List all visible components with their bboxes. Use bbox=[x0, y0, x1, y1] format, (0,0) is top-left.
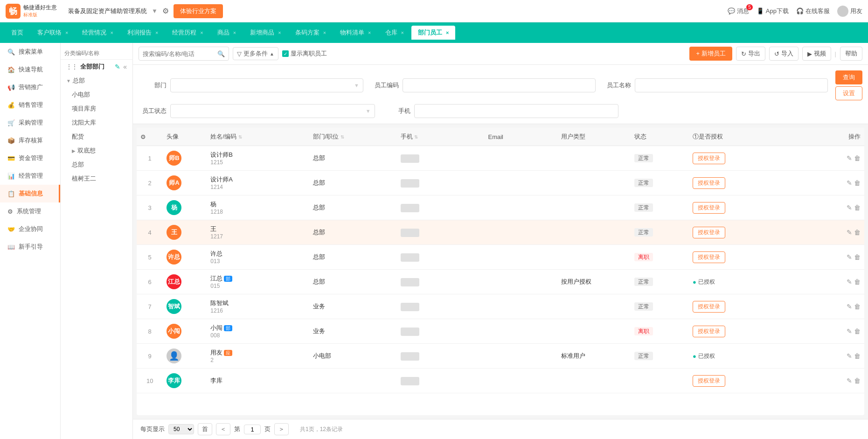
tab-warehouse-close[interactable]: × bbox=[401, 30, 404, 35]
col-phone[interactable]: 手机 ⇅ bbox=[397, 128, 485, 146]
import-button[interactable]: ↺ 导入 bbox=[769, 47, 799, 61]
dept-edit-icon[interactable]: ✎ bbox=[115, 63, 120, 70]
col-name-code[interactable]: 姓名/编码 ⇅ bbox=[207, 128, 309, 146]
tab-add-goods-close[interactable]: × bbox=[278, 30, 281, 35]
sidebar-item-inventory[interactable]: 📦 库存核算 bbox=[0, 132, 60, 149]
dept-node-zongbu2[interactable]: 总部 bbox=[61, 158, 132, 172]
authorize-button[interactable]: 授权登录 bbox=[693, 301, 725, 313]
edit-icon[interactable]: ✎ bbox=[847, 328, 852, 335]
edit-icon[interactable]: ✎ bbox=[847, 253, 852, 261]
delete-icon[interactable]: 🗑 bbox=[854, 278, 861, 286]
message-action[interactable]: 💬 消息 5 bbox=[728, 7, 749, 15]
prev-page-button[interactable]: ＜ bbox=[216, 423, 230, 435]
sort-name-icon[interactable]: ⇅ bbox=[238, 134, 242, 139]
tab-journey[interactable]: 经营历程× bbox=[166, 26, 209, 40]
tab-home[interactable]: 首页 bbox=[5, 26, 30, 40]
col-settings[interactable]: ⚙ bbox=[137, 128, 163, 146]
export-button[interactable]: ↻ 导出 bbox=[736, 47, 765, 61]
authorize-button[interactable]: 授权登录 bbox=[693, 177, 725, 189]
online-service-action[interactable]: 🎧 在线客服 bbox=[796, 7, 830, 15]
tab-add-goods[interactable]: 新增商品× bbox=[243, 26, 287, 40]
search-button[interactable]: 查询 bbox=[835, 70, 862, 84]
tab-dept-close[interactable]: × bbox=[446, 30, 449, 35]
sidebar-item-nav[interactable]: 🏠 快速导航 bbox=[0, 61, 60, 78]
tab-journey-close[interactable]: × bbox=[200, 30, 203, 35]
sidebar-item-finance[interactable]: 💳 资金管理 bbox=[0, 149, 60, 167]
add-employee-button[interactable]: + 新增员工 bbox=[689, 47, 732, 61]
authorize-button[interactable]: 授权登录 bbox=[693, 251, 725, 263]
sidebar-item-purchase[interactable]: 🛒 采购管理 bbox=[0, 114, 60, 132]
authorize-button[interactable]: 授权登录 bbox=[693, 227, 725, 238]
sidebar-item-search[interactable]: 🔍 搜索菜单 bbox=[0, 43, 60, 61]
tab-dept-staff[interactable]: 部门员工× bbox=[411, 26, 455, 40]
dept-node-shenyang[interactable]: 沈阳大库 bbox=[61, 116, 132, 130]
phone-input[interactable] bbox=[414, 104, 619, 118]
authorize-button[interactable]: 授权登录 bbox=[693, 375, 725, 387]
col-dept[interactable]: 部门/职位 ⇅ bbox=[309, 128, 397, 146]
sidebar-item-basic[interactable]: 📋 基础信息 bbox=[0, 185, 60, 202]
dept-node-peihuo[interactable]: 配货 bbox=[61, 130, 132, 144]
delete-icon[interactable]: 🗑 bbox=[854, 377, 861, 384]
emp-code-input[interactable] bbox=[403, 78, 596, 92]
sidebar-item-guide[interactable]: 📖 新手引导 bbox=[0, 238, 60, 256]
first-page-button[interactable]: 首 bbox=[198, 423, 212, 435]
tab-customer-close[interactable]: × bbox=[65, 30, 68, 35]
sidebar-item-operation[interactable]: 📊 经营管理 bbox=[0, 167, 60, 185]
dept-collapse-icon[interactable]: « bbox=[123, 63, 127, 70]
delete-icon[interactable]: 🗑 bbox=[854, 328, 861, 335]
dept-node-xiaodian[interactable]: 小电部 bbox=[61, 88, 132, 102]
delete-icon[interactable]: 🗑 bbox=[854, 154, 861, 162]
dropdown-arrow[interactable]: ▼ bbox=[152, 7, 158, 14]
page-size-select[interactable]: 50 100 200 bbox=[168, 424, 194, 434]
more-filter-button[interactable]: ▽ 更多条件 ▲ bbox=[233, 47, 278, 60]
app-download-action[interactable]: 📱 App下载 bbox=[757, 7, 789, 15]
trial-button[interactable]: 体验行业方案 bbox=[174, 4, 223, 18]
dept-node-shuangdi[interactable]: ▶ 双底想 bbox=[61, 144, 132, 158]
authorize-button[interactable]: 授权登录 bbox=[693, 202, 725, 214]
tab-bom[interactable]: 物料清单× bbox=[333, 26, 377, 40]
next-page-button[interactable]: ＞ bbox=[274, 423, 289, 435]
sort-phone-icon[interactable]: ⇅ bbox=[414, 134, 418, 139]
tab-barcode[interactable]: 条码方案× bbox=[289, 26, 333, 40]
search-submit-icon[interactable]: 🔍 bbox=[217, 50, 225, 57]
dept-search-input[interactable] bbox=[64, 50, 133, 56]
show-resigned-checkbox[interactable]: ✓ 显示离职员工 bbox=[282, 49, 327, 58]
edit-icon[interactable]: ✎ bbox=[847, 278, 852, 286]
help-button[interactable]: 帮助 bbox=[840, 47, 862, 61]
delete-icon[interactable]: 🗑 bbox=[854, 253, 861, 261]
status-select[interactable]: ▼ bbox=[170, 104, 375, 118]
view-button[interactable]: ▶ 视频 bbox=[802, 47, 831, 61]
set-button[interactable]: 设置 bbox=[835, 86, 862, 100]
tab-warehouse[interactable]: 仓库× bbox=[379, 26, 410, 40]
gear-icon[interactable]: ⚙ bbox=[162, 7, 169, 15]
page-input[interactable] bbox=[244, 425, 261, 434]
sort-dept-icon[interactable]: ⇅ bbox=[340, 134, 344, 139]
delete-icon[interactable]: 🗑 bbox=[854, 303, 861, 310]
sidebar-item-sales[interactable]: 💰 销售管理 bbox=[0, 96, 60, 114]
emp-name-input[interactable] bbox=[635, 78, 828, 92]
delete-icon[interactable]: 🗑 bbox=[854, 229, 861, 236]
delete-icon[interactable]: 🗑 bbox=[854, 352, 861, 360]
tab-bom-close[interactable]: × bbox=[368, 30, 371, 35]
sidebar-item-marketing[interactable]: 📢 营销推广 bbox=[0, 78, 60, 96]
authorize-button[interactable]: 授权登录 bbox=[693, 326, 725, 337]
dept-node-zongbu[interactable]: ▼ 总部 bbox=[61, 74, 132, 88]
tab-barcode-close[interactable]: × bbox=[323, 30, 326, 35]
tab-customer[interactable]: 客户联络× bbox=[31, 26, 75, 40]
tab-business[interactable]: 经营情况× bbox=[76, 26, 119, 40]
tab-goods[interactable]: 商品× bbox=[211, 26, 243, 40]
edit-icon[interactable]: ✎ bbox=[847, 179, 852, 187]
tab-goods-close[interactable]: × bbox=[233, 30, 236, 35]
sidebar-item-collab[interactable]: 🤝 企业协同 bbox=[0, 220, 60, 238]
edit-icon[interactable]: ✎ bbox=[847, 377, 852, 384]
search-input[interactable] bbox=[143, 50, 217, 57]
edit-icon[interactable]: ✎ bbox=[847, 204, 852, 211]
edit-icon[interactable]: ✎ bbox=[847, 229, 852, 236]
tab-business-close[interactable]: × bbox=[110, 30, 113, 35]
authorize-button[interactable]: 授权登录 bbox=[693, 153, 725, 164]
edit-icon[interactable]: ✎ bbox=[847, 154, 852, 162]
user-action[interactable]: 用友 bbox=[837, 6, 862, 17]
sidebar-item-system[interactable]: ⚙ 系统管理 bbox=[0, 202, 60, 220]
dept-node-zhishu[interactable]: 植树王二 bbox=[61, 172, 132, 186]
dept-select[interactable]: ▼ bbox=[170, 78, 363, 92]
